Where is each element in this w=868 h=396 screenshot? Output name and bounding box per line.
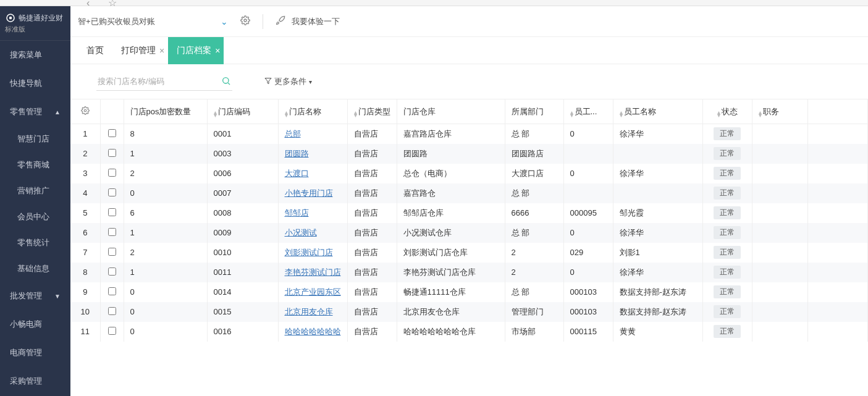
cell-warehouse: 团圆路 [397, 144, 505, 164]
sidebar-item-purchase-mgmt[interactable]: 采购管理 [0, 367, 70, 395]
tab-label: 首页 [86, 45, 104, 56]
sidebar-item-marketing[interactable]: 营销推广 [0, 178, 70, 204]
cell-store-code: 0014 [207, 282, 278, 302]
header-dept[interactable]: 所属部门 [505, 99, 563, 124]
row-index: 1 [70, 124, 100, 144]
cell-store-name: 小况测试 [278, 223, 347, 243]
cell-dept: 6666 [505, 203, 563, 223]
row-checkbox[interactable] [108, 129, 116, 137]
sidebar-item-wholesale[interactable]: 批发管理▼ [0, 282, 70, 310]
header-store-name[interactable]: ▴▾门店名称 [278, 99, 347, 124]
store-name-link[interactable]: 刘影测试门店 [285, 248, 333, 257]
row-checkbox[interactable] [108, 248, 116, 256]
row-index: 10 [70, 302, 100, 322]
store-name-link[interactable]: 小况测试 [285, 228, 317, 237]
sidebar-item-retail-mall[interactable]: 零售商城 [0, 152, 70, 178]
cell-dept: 市场部 [505, 322, 563, 342]
header-settings[interactable] [70, 99, 100, 124]
store-name-link[interactable]: 哈哈哈哈哈哈哈 [285, 327, 341, 336]
row-checkbox[interactable] [108, 268, 116, 276]
table-row[interactable]: 810011李艳芬测试门店自营店李艳芬测试门店仓库20徐泽华正常 [70, 263, 868, 282]
row-checkbox[interactable] [108, 287, 116, 295]
tab-home[interactable]: 首页 [78, 37, 112, 64]
settings-icon[interactable] [240, 15, 250, 28]
table-row[interactable]: 720010刘影测试门店自营店刘影测试门店仓库2029刘影1正常 [70, 243, 868, 263]
store-name-link[interactable]: 邹邹店 [285, 208, 309, 217]
store-name-link[interactable]: 总部 [285, 129, 301, 138]
header-warehouse[interactable]: 门店仓库 [397, 99, 505, 124]
cell-position [752, 124, 807, 144]
cell-enc-count: 0 [124, 183, 207, 203]
header-emp[interactable]: ▴▾员工... [563, 99, 613, 124]
store-name-link[interactable]: 小艳专用门店 [285, 188, 333, 198]
status-badge: 正常 [714, 147, 741, 160]
sidebar-item-retail-mgmt[interactable]: 零售管理▲ [0, 98, 70, 126]
more-filter-button[interactable]: 更多条件 ▾ [264, 76, 312, 87]
table-row[interactable]: 610009小况测试自营店小况测试仓库总 部0徐泽华正常 [70, 223, 868, 243]
cell-store-type: 自营店 [347, 144, 397, 164]
sidebar-item-basic-info[interactable]: 基础信息 [0, 256, 70, 282]
breadcrumb-dropdown-icon[interactable]: ⌄ [221, 17, 228, 27]
row-checkbox-cell [100, 164, 124, 183]
row-checkbox[interactable] [108, 188, 116, 196]
close-icon[interactable]: × [215, 46, 220, 56]
table-row[interactable]: 560008邹邹店自营店邹邹店仓库6666000095邹光霞正常 [70, 203, 868, 223]
header-emp-name[interactable]: ▴▾员工名称 [613, 99, 702, 124]
cell-store-type: 自营店 [347, 302, 397, 322]
table-row[interactable]: 210003团圆路自营店团圆路团圆路店正常 [70, 144, 868, 164]
store-name-link[interactable]: 北京用友仓库 [285, 307, 333, 316]
search-input[interactable] [96, 72, 232, 91]
header-store-type[interactable]: ▴▾门店类型 [347, 99, 397, 124]
sort-icon: ▴▾ [717, 111, 720, 117]
cell-enc-count: 8 [124, 124, 207, 144]
more-filter-label: 更多条件 [274, 76, 306, 87]
row-checkbox-cell [100, 302, 124, 322]
cell-emp-name: 邹光霞 [613, 203, 702, 223]
store-name-link[interactable]: 李艳芬测试门店 [285, 268, 341, 277]
header-enc-count[interactable]: 门店pos加密数量 [124, 99, 207, 124]
tab-store-file[interactable]: 门店档案× [168, 37, 224, 64]
cell-status: 正常 [702, 263, 752, 282]
header-position[interactable]: ▴▾职务 [752, 99, 807, 124]
cell-status: 正常 [702, 282, 752, 302]
cell-spacer [807, 164, 868, 183]
cell-store-code: 0007 [207, 183, 278, 203]
sidebar-item-smart-store[interactable]: 智慧门店 [0, 126, 70, 152]
search-icon[interactable] [221, 76, 231, 88]
sidebar-item-quick-nav[interactable]: 快捷导航 [0, 69, 70, 98]
row-index: 4 [70, 183, 100, 203]
store-name-link[interactable]: 北京产业园东区 [285, 287, 341, 297]
cell-status: 正常 [702, 144, 752, 164]
close-icon[interactable]: × [159, 46, 164, 56]
row-checkbox[interactable] [108, 327, 116, 335]
store-name-link[interactable]: 团圆路 [285, 149, 309, 158]
row-checkbox[interactable] [108, 307, 116, 315]
sidebar-label: 批发管理 [10, 290, 42, 301]
table-row[interactable]: 1100016哈哈哈哈哈哈哈自营店哈哈哈哈哈哈哈仓库市场部000115黄黄正常 [70, 322, 868, 342]
row-checkbox[interactable] [108, 228, 116, 236]
store-name-link[interactable]: 大渡口 [285, 169, 309, 178]
sidebar-item-ecommerce-mgmt[interactable]: 电商管理 [0, 339, 70, 367]
header-status[interactable]: ▴▾状态 [702, 99, 752, 124]
header-store-code[interactable]: ▴▾门店编码 [207, 99, 278, 124]
table-row[interactable]: 1000015北京用友仓库自营店北京用友仓仓库管理部门000103数据支持部-赵… [70, 302, 868, 322]
experience-link[interactable]: 我要体验一下 [292, 16, 340, 27]
row-checkbox[interactable] [108, 169, 116, 177]
table-row[interactable]: 400007小艳专用门店自营店嘉宫路仓总 部正常 [70, 183, 868, 203]
cell-spacer [807, 183, 868, 203]
table-row[interactable]: 180001总部自营店嘉宫路店仓库总 部0徐泽华正常 [70, 124, 868, 144]
table-row[interactable]: 900014北京产业园东区自营店畅捷通11111仓库总 部000103数据支持部… [70, 282, 868, 302]
sidebar-item-member-center[interactable]: 会员中心 [0, 204, 70, 230]
tab-print-mgmt[interactable]: 打印管理× [112, 37, 168, 64]
cell-store-name: 总部 [278, 124, 347, 144]
sidebar-item-xiaochang[interactable]: 小畅电商 [0, 310, 70, 339]
cell-position [752, 282, 807, 302]
sidebar-item-search-menu[interactable]: 搜索菜单 [0, 41, 70, 69]
sidebar-item-retail-stats[interactable]: 零售统计 [0, 230, 70, 256]
row-checkbox[interactable] [108, 208, 116, 216]
cell-emp-name [613, 183, 702, 203]
row-checkbox[interactable] [108, 149, 116, 157]
table-row[interactable]: 320006大渡口自营店总仓（电商）大渡口店0徐泽华正常 [70, 164, 868, 183]
cell-store-name: 团圆路 [278, 144, 347, 164]
cell-position [752, 263, 807, 282]
